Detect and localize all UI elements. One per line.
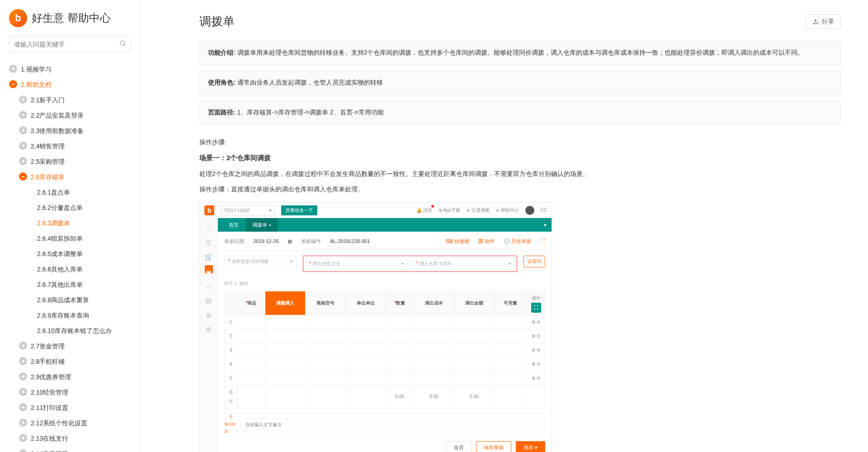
mock-filters: * 业务类型 同价调拨▾ * 调出仓库 总仓▾ * 调入仓库 仓库A▾ 设置列 <box>218 251 552 276</box>
mock-topbar: b TEST-H002▾ 想要啥改一下 🔔 消息 ⊕ App下载 ⊕ 位置调整 … <box>200 203 552 218</box>
mock-tab-home: 首页 <box>222 218 245 232</box>
cart-icon: 🛒 <box>205 251 213 259</box>
plus-icon: + <box>19 419 27 427</box>
nav-item-2-1[interactable]: +2.1新手入门 <box>9 92 131 108</box>
mock-remark: ☰备注信息 <box>218 413 552 435</box>
mock-save-button: 保存 ▾ <box>516 441 545 452</box>
mock-remark-input <box>241 419 545 430</box>
scene1-p2: 操作步骤：直接通过单据头的调出仓库和调入仓库来处理。 <box>199 183 841 195</box>
nav-item-docs[interactable]: –2.帮助文档 <box>9 77 131 92</box>
nav-item-2-13[interactable]: +2.13在线支付 <box>9 431 131 446</box>
mock-setcol-button: 设置列 <box>524 256 545 267</box>
path-text: 1、库存核算->库存管理->调拨单 2、首页->常用功能 <box>237 109 384 116</box>
brand-title: 好生意 帮助中心 <box>32 11 111 25</box>
expand-icon: ⛶ <box>531 303 541 313</box>
brand-logo-icon: b <box>9 9 27 27</box>
nav-item-2-6-2[interactable]: 2.6.2分量盘点单 <box>9 200 131 215</box>
nav-item-2-6-1[interactable]: 2.6.1盘点单 <box>9 185 131 200</box>
box-icon: ▣ <box>205 265 213 273</box>
plus-icon: + <box>19 434 27 442</box>
wallet-icon: ⌂ <box>205 280 213 288</box>
mock-draft-button: 保存草稿 <box>476 441 511 452</box>
nav-item-2-2[interactable]: +2.2产品安装及登录 <box>9 108 131 123</box>
chart-icon: ▤ <box>205 294 213 302</box>
steps-section: 操作步骤: 场景一：2个仓库间调拨 处理2个仓库之间的商品调拨，在调拨过程中不会… <box>199 136 841 452</box>
mock-discard-button: 放弃 <box>446 441 472 452</box>
nav-item-2-6-5[interactable]: 2.6.5成本调整单 <box>9 246 131 262</box>
nav-item-2-6[interactable]: –2.6库存核算 <box>9 169 131 185</box>
close-icon: ▾ <box>539 218 552 232</box>
share-label: 分享 <box>821 18 834 26</box>
nav-item-2-6-6[interactable]: 2.6.6其他入库单 <box>9 262 131 277</box>
plus-icon: + <box>19 126 27 134</box>
table-row: 3⊕ ⊖ <box>225 343 545 357</box>
nav-item-2-6-4[interactable]: 2.6.4组装拆卸单 <box>9 231 131 246</box>
nav-item-2-9[interactable]: +2.9优惠券管理 <box>9 369 131 385</box>
mock-tab-doc: 调拨单 × <box>246 218 278 232</box>
nav-item-video[interactable]: +1.视频学习 <box>9 62 131 77</box>
mock-app-link: ⊕ App下载 <box>439 206 460 215</box>
intro-box: 功能介绍: 调拨单用来处理仓库间货物的转移业务。支持2个仓库间的调拨，也支持多个… <box>199 41 841 65</box>
brand: b 好生意 帮助中心 <box>9 9 131 27</box>
table-row: 5⊕ ⊖ <box>225 371 545 385</box>
svg-line-1 <box>124 44 126 46</box>
expand-icon: ⛶ <box>540 236 545 246</box>
home-icon: ⌂ <box>205 222 213 230</box>
nav-item-2-8[interactable]: +2.8手机旺铺 <box>9 354 131 369</box>
search-input[interactable] <box>9 36 131 52</box>
share-button[interactable]: 分享 <box>806 14 841 29</box>
page-header: 调拨单 分享 <box>199 14 841 29</box>
role-box: 使用角色: 通常由业务人员发起调拨，仓管人员完成实物的转移 <box>199 71 841 95</box>
chevron-down-icon: ▾ <box>401 259 404 268</box>
main-content: 调拨单 分享 功能介绍: 调拨单用来处理仓库间货物的转移业务。支持2个仓库间的调… <box>140 0 868 452</box>
mock-table: *商品 调整调入 规格型号 单位单位 *数量 调出成本 调出金额 可用量 操作 … <box>224 291 545 409</box>
nav-item-2-12[interactable]: +2.12系统个性化设置 <box>9 415 131 431</box>
nav-item-2-5[interactable]: +2.5采购管理 <box>9 154 131 169</box>
scene1-title: 场景一：2个仓库间调拨 <box>199 151 841 165</box>
nav-item-2-6-10[interactable]: 2.6.10库存账本错了怎么办 <box>9 323 131 338</box>
chevron-down-icon: ▾ <box>290 257 292 266</box>
plus-icon: + <box>19 403 27 411</box>
nav-item-2-11[interactable]: +2.11打印设置 <box>9 400 131 415</box>
search-box <box>9 36 131 52</box>
path-box: 页面路径: 1、库存核算->库存管理->调拨单 2、首页->常用功能 <box>199 100 841 125</box>
doc-icon: ☰ <box>205 236 213 244</box>
plus-icon: + <box>9 65 17 73</box>
nav-item-2-3[interactable]: +2.3使用前数据准备 <box>9 123 131 138</box>
table-row: 4⊕ ⊖ <box>225 357 545 371</box>
nav-item-2-10[interactable]: +2.10经营管理 <box>9 385 131 400</box>
table-row: 1⊕ ⊖ <box>225 315 545 329</box>
mock-doc-header: 单据日期 2019-12-26 ▦ 单据编号 AL-20191226-001 ⌨… <box>218 232 552 251</box>
plus-icon: + <box>19 372 27 381</box>
gear-icon: ⚙ <box>205 323 213 331</box>
sidebar: b 好生意 帮助中心 +1.视频学习 –2.帮助文档 +2.1新手入门 +2.2… <box>0 0 140 452</box>
mock-logo-icon: b <box>204 205 214 215</box>
mock-msg-link: 🔔 消息 <box>416 206 432 215</box>
mock-avatar-icon <box>525 206 534 215</box>
table-row: 2⊕ ⊖ <box>225 329 545 343</box>
plus-icon: + <box>19 388 27 396</box>
path-label: 页面路径: <box>208 109 236 116</box>
intro-text: 调拨单用来处理仓库间货物的转移业务。支持2个仓库间的调拨，也支持多个仓库间的调拨… <box>237 49 804 56</box>
mock-side-nav: ⌂ ☰ 🛒 ▣ ⌂ ▤ ⊞ ⚙ <box>200 218 218 452</box>
nav-tree: +1.视频学习 –2.帮助文档 +2.1新手入门 +2.2产品安装及登录 +2.… <box>9 62 131 452</box>
nav-item-2-6-7[interactable]: 2.6.7其他出库单 <box>9 277 131 292</box>
nav-item-2-6-3[interactable]: 2.6.3调拨单 <box>9 215 131 231</box>
plus-icon: + <box>19 95 27 104</box>
nav-item-2-4[interactable]: +2.4销售管理 <box>9 138 131 154</box>
nav-item-2-14[interactable]: +2.14常见问题 <box>9 446 131 452</box>
chevron-down-icon: ▾ <box>269 205 272 215</box>
table-sum-row: 合计0.000.000.00 <box>225 385 545 409</box>
search-icon[interactable] <box>119 40 127 49</box>
mock-help-link: ⊕ 帮助中心 <box>496 206 519 215</box>
role-text: 通常由业务人员发起调拨，仓管人员完成实物的转移 <box>237 79 383 86</box>
intro-label: 功能介绍: <box>208 49 236 56</box>
plus-icon: + <box>19 357 27 365</box>
calendar-icon: ▦ <box>288 236 292 246</box>
nav-item-2-6-8[interactable]: 2.6.8商品成本重算 <box>9 292 131 308</box>
mock-tabs: 首页 调拨单 × ▾ <box>218 218 552 232</box>
remark-icon: ☰备注信息 <box>224 418 237 431</box>
nav-item-2-7[interactable]: +2.7资金管理 <box>9 338 131 354</box>
share-icon <box>812 19 819 25</box>
nav-item-2-6-9[interactable]: 2.6.9库存账本查询 <box>9 308 131 323</box>
